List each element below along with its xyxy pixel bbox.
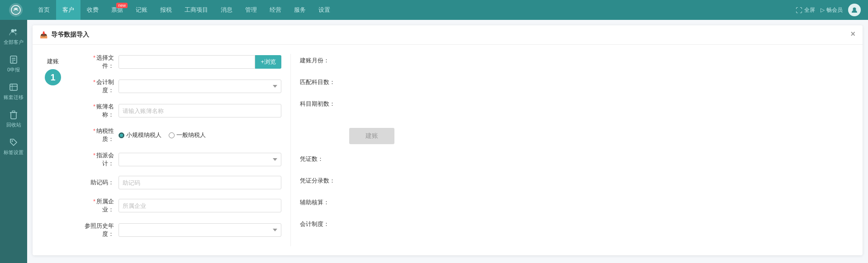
company-row: *所属企业：	[82, 197, 281, 214]
nav-tax[interactable]: 报税	[154, 0, 178, 20]
fullscreen-button[interactable]: ⛶ 全屏	[796, 6, 815, 14]
svg-rect-11	[12, 111, 15, 112]
general-taxpayer-radio[interactable]	[169, 132, 175, 138]
accounting-select[interactable]	[119, 80, 281, 93]
history-label: 参照历史年度：	[82, 222, 119, 238]
memo-label: 助记码：	[82, 178, 119, 187]
accounting-system-label: 会计制度：	[300, 220, 345, 228]
info-section: 建账月份： 匹配科目数： 科目期初数： 建账	[290, 54, 417, 246]
voucher-entries-label: 凭证分录数：	[300, 177, 345, 185]
sidebar-item-account-migration[interactable]: 账套迁移	[1, 79, 26, 104]
logo-icon	[9, 3, 23, 17]
match-label: 匹配科目数：	[300, 78, 345, 86]
dialog-title: 导爷数据导入	[51, 31, 89, 39]
accounting-system-info-row: 会计制度：	[300, 217, 408, 231]
nav-customer[interactable]: 客户	[56, 0, 81, 20]
ledger-row: *账簿名称：	[82, 103, 281, 119]
memo-input[interactable]	[119, 176, 281, 189]
nav-operation[interactable]: 经营	[263, 0, 288, 20]
tax-radio-group: 小规模纳税人 一般纳税人	[119, 131, 206, 139]
dialog-header: 📥 导爷数据导入 ×	[33, 25, 863, 45]
tax-row: *纳税性质： 小规模纳税人 一般纳税人	[82, 127, 281, 143]
svg-point-2	[11, 29, 14, 33]
initial-row: 科目期初数：	[300, 97, 408, 111]
file-row: *选择文件： +浏览	[82, 54, 281, 70]
sidebar-item-zero-report[interactable]: 0申报	[1, 51, 26, 77]
file-input[interactable]	[119, 55, 255, 69]
content-area: 📥 导爷数据导入 × 建账 1 *选择文件：	[27, 20, 868, 263]
svg-point-3	[14, 29, 17, 32]
company-input[interactable]	[119, 199, 281, 212]
history-select[interactable]	[119, 223, 281, 237]
general-taxpayer-option[interactable]: 一般纳税人	[169, 131, 206, 139]
nav-bookkeeping[interactable]: 记账	[129, 0, 154, 20]
dialog-body: 建账 1 *选择文件： +浏览	[33, 45, 863, 255]
tax-label: *纳税性质：	[82, 127, 119, 143]
auxiliary-label: 辅助核算：	[300, 198, 345, 207]
voucher-label: 凭证数：	[300, 155, 345, 163]
step-circle: 1	[45, 69, 61, 85]
avatar[interactable]	[848, 4, 861, 16]
nav-invoice[interactable]: 票据 new	[105, 0, 129, 20]
auxiliary-row: 辅助核算：	[300, 196, 408, 209]
small-taxpayer-option[interactable]: 小规模纳税人	[119, 131, 161, 139]
build-account-button[interactable]: 建账	[349, 128, 394, 144]
top-navigation: 首页 客户 收费 票据 new 记账 报税 工商项目 消息 管理 经营 服务 设…	[0, 0, 868, 20]
ledger-input[interactable]	[119, 104, 281, 117]
accountant-label: *指派会计：	[82, 151, 119, 168]
dialog-panel: 📥 导爷数据导入 × 建账 1 *选择文件：	[33, 25, 863, 255]
company-label: *所属企业：	[82, 197, 119, 214]
month-row: 建账月份：	[300, 54, 408, 67]
ledger-label: *账簿名称：	[82, 103, 119, 119]
match-row: 匹配科目数：	[300, 75, 408, 89]
nav-service[interactable]: 服务	[288, 0, 312, 20]
form-section: *选择文件： +浏览 *会计制度：	[73, 54, 290, 246]
accountant-row: *指派会计：	[82, 151, 281, 168]
history-row: 参照历史年度：	[82, 222, 281, 238]
new-badge: new	[116, 3, 128, 8]
nav-message[interactable]: 消息	[214, 0, 239, 20]
svg-point-0	[11, 5, 20, 14]
memo-row: 助记码：	[82, 176, 281, 189]
voucher-row: 凭证数：	[300, 152, 408, 166]
member-button[interactable]: ▷ 畅会员	[821, 6, 843, 14]
logo-area[interactable]	[5, 0, 27, 20]
fullscreen-icon: ⛶	[796, 6, 802, 14]
sidebar: 全部客户 0申报 账套迁移	[0, 20, 27, 263]
nav-items: 首页 客户 收费 票据 new 记账 报税 工商项目 消息 管理 经营 服务 设…	[32, 0, 796, 20]
trash-icon	[9, 110, 19, 120]
tag-icon	[9, 137, 19, 147]
svg-rect-8	[10, 84, 17, 90]
accounting-system-row: *会计制度：	[82, 78, 281, 94]
small-taxpayer-radio[interactable]	[119, 132, 124, 138]
file-input-group: +浏览	[119, 55, 281, 69]
step-section: 建账 1	[33, 54, 73, 246]
migration-icon	[9, 82, 19, 92]
import-icon: 📥	[40, 31, 47, 38]
nav-manage[interactable]: 管理	[239, 0, 263, 20]
file-label: *选择文件：	[82, 54, 119, 70]
nav-right: ⛶ 全屏 ▷ 畅会员	[796, 4, 868, 16]
nav-home[interactable]: 首页	[32, 0, 56, 20]
sidebar-item-tag-settings[interactable]: 标签设置	[1, 134, 26, 160]
step-label: 建账	[47, 57, 59, 66]
main-layout: 全部客户 0申报 账套迁移	[0, 20, 868, 263]
report-icon	[9, 55, 19, 65]
initial-label: 科目期初数：	[300, 100, 345, 108]
nav-business[interactable]: 工商项目	[178, 0, 214, 20]
svg-point-12	[12, 141, 13, 142]
voucher-entries-row: 凭证分录数：	[300, 174, 408, 188]
accountant-select[interactable]	[119, 153, 281, 166]
month-label: 建账月份：	[300, 56, 345, 65]
users-icon	[9, 27, 19, 37]
sidebar-item-all-customers[interactable]: 全部客户	[1, 23, 26, 49]
play-icon: ▷	[821, 7, 825, 13]
sidebar-item-trash[interactable]: 回收站	[1, 106, 26, 132]
close-button[interactable]: ×	[850, 30, 855, 38]
accounting-label: *会计制度：	[82, 78, 119, 94]
nav-fee[interactable]: 收费	[81, 0, 105, 20]
nav-settings[interactable]: 设置	[312, 0, 337, 20]
browse-button[interactable]: +浏览	[255, 55, 281, 69]
